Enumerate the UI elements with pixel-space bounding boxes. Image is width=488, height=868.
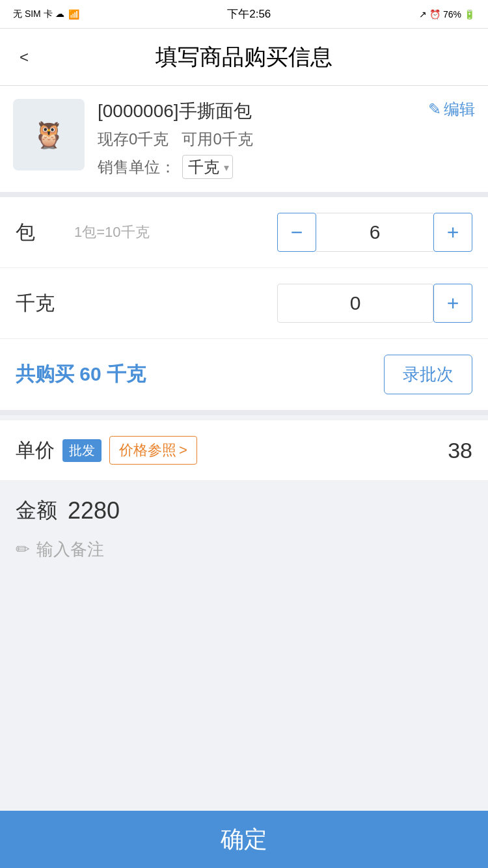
unit-selector[interactable]: 千克 (182, 155, 233, 179)
total-amount: 60 (79, 363, 101, 385)
amount-row: 金额 2280 (16, 496, 472, 525)
bao-label: 包 (16, 219, 68, 246)
bao-input[interactable] (316, 213, 433, 252)
note-text: 输入备注 (36, 538, 104, 561)
bao-increment-button[interactable]: + (433, 213, 472, 252)
total-row: 共购买 60 千克 录批次 (0, 339, 488, 410)
chevron-right-icon: > (179, 442, 187, 459)
amount-section: 金额 2280 ✏ 输入备注 (0, 481, 488, 570)
product-card: 🦉 [0000006]手撕面包 ✎ 编辑 现存0千克 可用0千克 销售单位： 千… (0, 86, 488, 197)
price-label: 单价 (16, 437, 55, 464)
bao-row: 包 1包=10千克 − + (0, 197, 488, 268)
page-title: 填写商品购买信息 (156, 42, 332, 72)
bao-stepper: − + (277, 213, 472, 252)
status-right: ↗ ⏰ 76% 🔋 (419, 9, 475, 20)
edit-icon: ✎ (428, 100, 441, 118)
product-stock: 现存0千克 可用0千克 (98, 129, 475, 150)
unit-select-input[interactable]: 千克 (182, 155, 233, 179)
amount-label: 金额 (16, 496, 57, 525)
product-image: 🦉 (13, 99, 85, 170)
back-button[interactable]: < (13, 42, 35, 73)
alarm-icon: ⏰ (429, 9, 441, 20)
wifi-icon: 📶 (68, 9, 79, 20)
bao-decrement-button[interactable]: − (277, 213, 316, 252)
product-info: [0000006]手撕面包 ✎ 编辑 现存0千克 可用0千克 销售单位： 千克 (98, 99, 475, 179)
status-left: 无 SIM 卡 ☁ 📶 (13, 8, 79, 20)
battery-label: 76% (443, 9, 461, 20)
status-bar: 无 SIM 卡 ☁ 📶 下午2:56 ↗ ⏰ 76% 🔋 (0, 0, 488, 29)
product-unit-row: 销售单位： 千克 (98, 155, 475, 179)
edit-button[interactable]: ✎ 编辑 (428, 99, 475, 120)
status-time: 下午2:56 (227, 7, 271, 21)
section-separator (0, 410, 488, 415)
kg-row: 千克 + (0, 268, 488, 339)
sim-label: 无 SIM 卡 ☁ (13, 8, 64, 20)
note-icon: ✏ (16, 539, 30, 560)
kg-increment-button[interactable]: + (433, 284, 472, 323)
amount-value: 2280 (68, 497, 120, 524)
total-text: 共购买 60 千克 (16, 361, 146, 388)
product-name: [0000006]手撕面包 (98, 99, 252, 124)
battery-icon: 🔋 (464, 9, 475, 20)
price-reference-button[interactable]: 价格参照 > (109, 436, 197, 465)
input-section: 包 1包=10千克 − + 千克 + (0, 197, 488, 339)
kg-stepper: + (277, 284, 472, 323)
kg-input[interactable] (277, 284, 433, 323)
note-row[interactable]: ✏ 输入备注 (16, 536, 472, 563)
product-logo-icon: 🦉 (33, 120, 65, 150)
price-section: 单价 批发 价格参照 > 38 (0, 420, 488, 481)
price-type-tag: 批发 (62, 439, 102, 462)
kg-label: 千克 (16, 290, 68, 317)
bao-hint: 1包=10千克 (74, 223, 277, 242)
nav-bar: < 填写商品购买信息 (0, 29, 488, 86)
price-left: 单价 批发 价格参照 > (16, 436, 197, 465)
price-row: 单价 批发 价格参照 > 38 (16, 436, 472, 465)
confirm-button[interactable]: 确定 (0, 811, 488, 868)
batch-button[interactable]: 录批次 (384, 355, 472, 394)
price-value: 38 (448, 438, 472, 463)
location-icon: ↗ (419, 9, 427, 20)
bottom-blank-area (0, 570, 488, 817)
